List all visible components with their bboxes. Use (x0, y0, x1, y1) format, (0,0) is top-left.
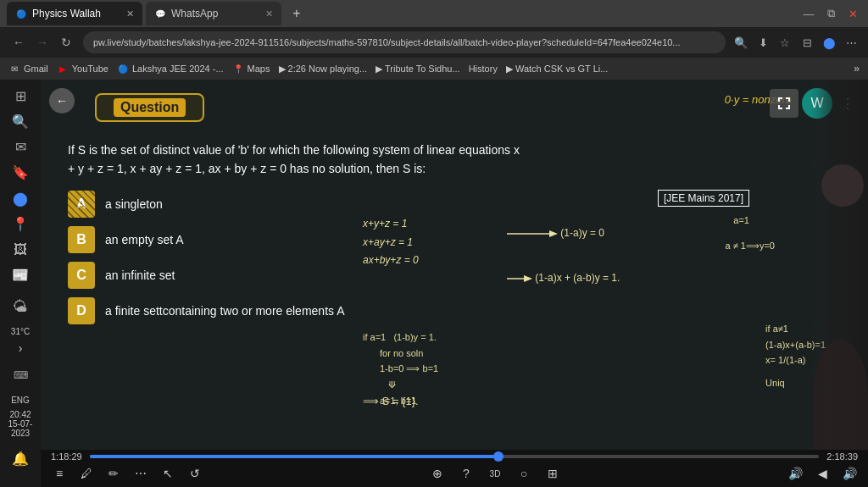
clock-label: 20:42 15-07-2023 (0, 410, 41, 438)
tab-physics-wallah[interactable]: 🔵 Physics Wallah ✕ (7, 2, 142, 25)
tab2-favicon: 💬 (154, 8, 166, 19)
youtube-label: YouTube (72, 64, 108, 74)
left-tools: ≡ 🖊 ✏ ⋯ ↖ ↺ (47, 462, 207, 485)
progress-thumb (493, 451, 504, 462)
more-ctrl-btn[interactable]: ⋯ (129, 462, 153, 485)
pen-ctrl-btn[interactable]: 🖊 (75, 462, 98, 485)
video-content[interactable]: ← Question 0·y = nonzero W (41, 80, 868, 450)
settings-icon[interactable]: ⋯ (843, 34, 860, 51)
tab-whatsapp[interactable]: 💬 WhatsApp ✕ (146, 2, 281, 25)
bookmark-tribute[interactable]: ▶ Tribute To Sidhu... (376, 64, 460, 75)
back-button[interactable]: ← (49, 88, 75, 113)
url-input[interactable]: pw.live/study/batches/lakshya-jee-2024-9… (83, 31, 726, 53)
arrow-eq1: (1-a)y = 0 (507, 225, 604, 242)
speaker-btn[interactable]: 🔊 (783, 462, 807, 485)
windows-start-icon[interactable]: ⊞ (5, 86, 36, 105)
eq-line-3: ax+by+z = 0 (363, 252, 419, 270)
bookmark-csk[interactable]: ▶ Watch CSK vs GT Li... (506, 64, 608, 75)
fullscreen-button[interactable] (770, 89, 798, 118)
expand-sidebar-icon[interactable]: › (19, 341, 23, 355)
option-a-badge: A (68, 191, 95, 218)
chrome-sidebar-icon[interactable]: ⬤ (5, 189, 36, 208)
search-sidebar-icon[interactable]: 🔍 (5, 112, 36, 130)
arrow-eq2-text: (1-a)x + (a-b)y = 1. (535, 272, 620, 284)
bookmark-maps[interactable]: 📍 Maps (232, 63, 270, 75)
sidebar-bottom: 🌤 31°C › ⌨ ENG 20:42 15-07-2023 🔔 (0, 291, 41, 480)
equation-area: x+y+z = 1 x+ay+z = 1 ax+by+z = 0 (363, 215, 419, 270)
maps-label: Maps (248, 64, 270, 74)
a-ne-1-label: a ≠ 1⟹y=0 (726, 241, 775, 252)
controls-row: ≡ 🖊 ✏ ⋯ ↖ ↺ ⊕ ? 3D ○ ⊞ 🔊 (47, 460, 861, 487)
eq-line-1: x+y+z = 1 (363, 215, 419, 234)
mail-sidebar-icon[interactable]: ✉ (5, 138, 36, 157)
undo-ctrl-btn[interactable]: ↺ (183, 462, 207, 485)
bookmark-history[interactable]: History (469, 64, 498, 74)
reload-button[interactable]: ↻ (56, 32, 76, 53)
help-ctrl-btn[interactable]: ? (454, 462, 478, 485)
temperature-label: 31°C (11, 327, 30, 336)
bookmark-youtube[interactable]: ▶ YouTube (57, 63, 108, 75)
tab2-close[interactable]: ✕ (265, 8, 273, 19)
news-sidebar-icon[interactable]: 📰 (5, 266, 36, 285)
csk-label: ▶ Watch CSK vs GT Li... (506, 64, 608, 75)
browser-chrome: 🔵 Physics Wallah ✕ 💬 WhatsApp ✕ + — ⧉ ✕ … (0, 0, 868, 80)
bookmark-lakshya[interactable]: 🔵 Lakshya JEE 2024 -... (117, 63, 224, 75)
b-value: 1-b=0 ⟹ b=1 (380, 361, 438, 377)
restore-button[interactable]: ⧉ (822, 5, 839, 22)
minimize-button[interactable]: — (800, 5, 817, 22)
new-tab-button[interactable]: + (285, 2, 309, 25)
option-d-text: a finite settcontaining two or more elem… (105, 304, 344, 318)
back-nav-button[interactable]: ← (8, 32, 29, 53)
download-icon[interactable]: ⬇ (754, 34, 771, 51)
option-c-text: an infinite set (105, 268, 175, 282)
weather-sidebar-icon: 🌤 (5, 291, 36, 322)
lakshya-label: Lakshya JEE 2024 -... (132, 64, 224, 74)
star-icon[interactable]: ☆ (776, 34, 793, 51)
blackboard: ← Question 0·y = nonzero W (41, 80, 868, 450)
volume-btn[interactable]: 🔊 (837, 462, 861, 485)
lakshya-favicon: 🔵 (117, 63, 129, 75)
double-arrow: ⟱ (388, 377, 438, 393)
forward-nav-button[interactable]: → (32, 32, 53, 53)
3d-ctrl-btn[interactable]: 3D (483, 462, 507, 485)
history-label: History (469, 64, 498, 74)
menu-ctrl-btn[interactable]: ≡ (47, 462, 71, 485)
tab2-label: WhatsApp (171, 8, 218, 19)
gmail-label: Gmail (24, 64, 48, 74)
grid-ctrl-btn[interactable]: ⊞ (541, 462, 565, 485)
bookmark-playing[interactable]: ▶ 2:26 Now playing... (279, 64, 368, 75)
progress-track[interactable] (90, 455, 819, 458)
photos-sidebar-icon[interactable]: 🖼 (5, 241, 36, 259)
notification-sidebar-icon[interactable]: 🔔 (5, 443, 36, 473)
question-label: Question (114, 98, 186, 117)
video-container: ← Question 0·y = nonzero W (41, 80, 868, 487)
option-c-row: C an infinite set (68, 262, 407, 289)
bookmark-sidebar-icon[interactable]: 🔖 (5, 163, 36, 182)
browser-icons: 🔍 ⬇ ☆ ⊟ ⬤ ⋯ (732, 34, 860, 51)
keyboard-sidebar-icon[interactable]: ⌨ (5, 360, 36, 390)
maps-sidebar-icon[interactable]: 📍 (5, 214, 36, 233)
options-area: A a singleton B an empty set A C an infi… (68, 191, 407, 324)
circle-ctrl-btn[interactable]: ○ (512, 462, 536, 485)
video-controls: 1:18:29 2:18:39 ≡ 🖊 ✏ ⋯ ↖ ↺ (41, 450, 868, 487)
tab1-close[interactable]: ✕ (126, 8, 134, 19)
sidebar-toggle-icon[interactable]: ⊟ (798, 34, 815, 51)
right-tools: 🔊 ◀ 🔊 (783, 462, 861, 485)
option-b-badge: B (68, 226, 95, 253)
eq-line-2: x+ay+z = 1 (363, 234, 419, 252)
question-text: If S is the set of distinct value of 'b'… (68, 141, 526, 179)
bookmark-gmail[interactable]: ✉ Gmail (8, 63, 48, 75)
svg-marker-1 (549, 230, 558, 237)
arrow-eq1-text: (1-a)y = 0 (560, 227, 604, 239)
option-b-row: B an empty set A (68, 226, 407, 253)
cursor-ctrl-btn[interactable]: ↖ (156, 462, 180, 485)
person-avatar (809, 80, 868, 450)
profile-icon[interactable]: ⬤ (821, 34, 837, 51)
gmail-favicon: ✉ (8, 63, 20, 75)
more-bookmarks[interactable]: » (854, 63, 860, 75)
prev-btn[interactable]: ◀ (810, 462, 834, 485)
pencil-ctrl-btn[interactable]: ✏ (102, 462, 125, 485)
extension-icon[interactable]: 🔍 (732, 34, 749, 51)
close-button[interactable]: ✕ (844, 5, 861, 22)
add-ctrl-btn[interactable]: ⊕ (426, 462, 449, 485)
